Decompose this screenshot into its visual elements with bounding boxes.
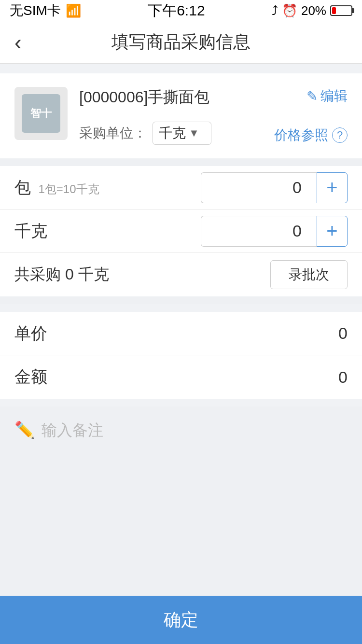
status-time: 下午6:12 <box>148 1 205 21</box>
remarks-placeholder: 输入备注 <box>42 420 103 441</box>
batch-button[interactable]: 录批次 <box>270 260 348 289</box>
kg-input-right: + <box>201 216 348 247</box>
divider-1 <box>0 158 362 166</box>
unit-row: 采购单位： 千克 ▼ <box>79 122 211 145</box>
kg-input-row: 千克 + <box>0 210 362 253</box>
kg-label: 千克 <box>14 220 47 242</box>
amount-label: 金额 <box>14 366 47 388</box>
confirm-label: 确定 <box>164 608 198 632</box>
unit-price-row: 单价 0 <box>0 312 362 355</box>
summary-text: 共采购 0 千克 <box>14 264 109 285</box>
amount-row: 金额 0 <box>0 355 362 399</box>
product-name: [0000006]手撕面包 <box>79 87 209 108</box>
product-bottom-row: 采购单位： 千克 ▼ 价格参照 ? <box>79 122 348 145</box>
battery-icon <box>330 5 352 16</box>
bag-input-row: 包 1包=10千克 + <box>0 166 362 210</box>
confirm-button[interactable]: 确定 <box>0 596 362 644</box>
nav-bar: ‹ 填写商品采购信息 <box>0 21 362 64</box>
bag-input[interactable] <box>201 172 317 203</box>
status-bar: 无SIM卡 📶 下午6:12 ⤴ ⏰ 20% <box>0 0 362 21</box>
kg-plus-button[interactable]: + <box>317 216 348 247</box>
info-section: 单价 0 金额 0 <box>0 312 362 399</box>
product-thumbnail: 智十 <box>14 87 68 140</box>
carrier-text: 无SIM卡 <box>10 1 61 20</box>
page-title: 填写商品采购信息 <box>111 30 251 54</box>
dropdown-arrow-icon: ▼ <box>189 127 199 140</box>
product-thumb-text: 智十 <box>22 94 60 133</box>
edit-icon: ✎ <box>306 88 318 104</box>
help-icon: ? <box>332 127 348 143</box>
summary-row: 共采购 0 千克 录批次 <box>0 253 362 296</box>
edit-button[interactable]: ✎ 编辑 <box>306 87 348 105</box>
divider-2 <box>0 296 362 304</box>
product-card: 智十 [0000006]手撕面包 ✎ 编辑 采购单位： 千克 ▼ 价格参照 ? <box>0 73 362 158</box>
input-section: 包 1包=10千克 + 千克 + <box>0 166 362 253</box>
kg-input[interactable] <box>201 216 317 247</box>
back-button[interactable]: ‹ <box>10 26 27 59</box>
pencil-icon: ✏️ <box>14 420 35 439</box>
bag-plus-button[interactable]: + <box>317 172 348 203</box>
unit-value: 千克 <box>159 124 186 142</box>
unit-price-value: 0 <box>338 324 348 343</box>
wifi-icon: 📶 <box>66 3 81 18</box>
unit-price-label: 单价 <box>14 322 47 345</box>
bag-input-right: + <box>201 172 348 203</box>
remarks-section[interactable]: ✏️ 输入备注 <box>0 406 362 464</box>
bottom-spacer <box>0 464 362 609</box>
price-reference-button[interactable]: 价格参照 ? <box>274 126 348 144</box>
unit-label: 采购单位： <box>79 124 147 142</box>
location-icon: ⤴ <box>272 3 278 18</box>
status-left: 无SIM卡 📶 <box>10 1 81 20</box>
status-right: ⤴ ⏰ 20% <box>272 3 352 18</box>
product-top-row: [0000006]手撕面包 ✎ 编辑 <box>79 87 348 116</box>
battery-percent: 20% <box>301 3 326 18</box>
amount-value: 0 <box>338 368 348 387</box>
bag-label: 包 1包=10千克 <box>14 177 99 199</box>
unit-select[interactable]: 千克 ▼ <box>153 122 211 145</box>
alarm-icon: ⏰ <box>282 3 297 18</box>
product-info: [0000006]手撕面包 ✎ 编辑 采购单位： 千克 ▼ 价格参照 ? <box>79 87 348 145</box>
bag-sub-label: 1包=10千克 <box>38 182 99 196</box>
